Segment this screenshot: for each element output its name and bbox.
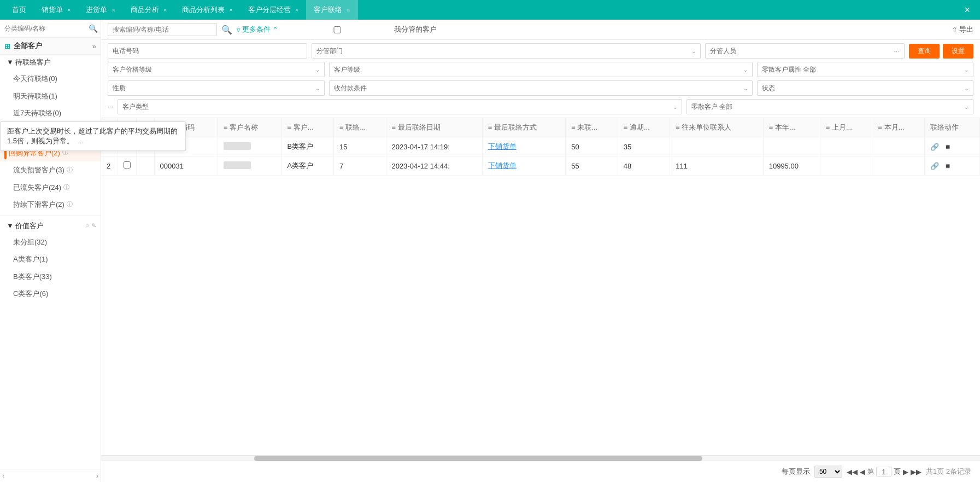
pagination-bar: 每页显示 50 20 100 ◀◀ ◀ 第 1 页 ▶ ▶▶ 共1页 2条记录 [101, 461, 980, 482]
filter-dotdot[interactable]: ··· [108, 103, 113, 111]
tooltip-box: 距客户上次交易时长，超过了此客户的平均交易周期的1.5倍，则视为异常。 ... [0, 121, 186, 151]
filter-dept[interactable]: 分管部门 ⌄ [312, 43, 701, 59]
sidebar-search-icon[interactable]: 🔍 [89, 24, 98, 33]
unclassified-label: 未分组(32) [13, 238, 47, 246]
horizontal-scrollbar[interactable] [101, 455, 980, 461]
row1-grid-icon[interactable]: ◾ [943, 143, 952, 151]
value-customers-edit-icon[interactable]: ✎ [91, 222, 96, 229]
sidebar-item-7days[interactable]: 近7天待联络(0) [0, 104, 101, 122]
col-action[interactable]: 联络动作 [924, 118, 979, 137]
a-class-label: A类客户(1) [13, 255, 48, 263]
sidebar-item-declining[interactable]: 持续下滑客户(2) ⓘ [0, 196, 101, 213]
col-last-method[interactable]: ≡ 最后联络方式 [482, 118, 565, 137]
nav-tab-home[interactable]: 首页 [4, 0, 34, 20]
col-not-contacted[interactable]: ≡ 未联... [566, 118, 618, 137]
nav-tab-customer-contact[interactable]: 客户联络 × [306, 0, 357, 20]
my-customer-checkbox[interactable] [283, 26, 392, 33]
query-button[interactable]: 查询 [909, 44, 940, 59]
nav-tab-customer-segment[interactable]: 客户分层经营 × [240, 0, 306, 20]
filter-phone[interactable]: 电话号码 [108, 43, 307, 59]
row2-grid-icon[interactable]: ◾ [943, 162, 952, 170]
filter-payment[interactable]: 收付款条件 ⌄ [329, 80, 753, 96]
sidebar-item-tomorrow[interactable]: 明天待联络(1) [0, 88, 101, 105]
chevron-up-icon: ⌃ [272, 26, 278, 34]
nav-tab-sales-close[interactable]: × [67, 0, 71, 20]
sidebar-item-already-lost[interactable]: 已流失客户(24) ⓘ [0, 179, 101, 196]
filter-nature[interactable]: 性质 ⌄ [108, 80, 325, 96]
sidebar-content: ⊞ 全部客户 » ▼ 待联络客户 今天待联络(0) 明天待联络(1) 近7天待联… [0, 38, 101, 469]
nav-tab-sales-label: 销货单 [42, 0, 63, 20]
col-contact[interactable]: ≡ 联络... [334, 118, 386, 137]
more-conditions-button[interactable]: ▿ 更多条件 ⌃ [237, 25, 278, 34]
filter-price-level[interactable]: 客户价格等级 ⌄ [108, 62, 325, 77]
nav-tab-product-list-close[interactable]: × [229, 0, 232, 20]
nav-tab-product-list[interactable]: 商品分析列表 × [174, 0, 240, 20]
col-this-year[interactable]: ≡ 本年... [763, 118, 820, 137]
filter-person-label: 分管人员 [710, 47, 736, 56]
prev-page-button[interactable]: ◀ [860, 468, 865, 476]
sidebar-value-customers[interactable]: ▼ 价值客户 ○ ✎ [0, 218, 101, 234]
nav-tab-purchase-close[interactable]: × [112, 0, 115, 20]
declining-info-icon[interactable]: ⓘ [67, 199, 73, 210]
filter-person-dots[interactable]: ··· [894, 47, 900, 55]
filter-price-level-label: 客户价格等级 [113, 65, 152, 74]
filter-customer-level[interactable]: 客户等级 ⌄ [329, 62, 753, 77]
filter-status-label: 状态 [762, 84, 775, 93]
row2-link-icon[interactable]: 🔗 [930, 162, 939, 170]
sidebar-all-customers[interactable]: ⊞ 全部客户 » [0, 38, 101, 55]
scrollbar-thumb[interactable] [254, 456, 702, 461]
sidebar-item-b-class[interactable]: B类客户(33) [0, 268, 101, 286]
nav-tab-product-analysis[interactable]: 商品分析 × [123, 0, 174, 20]
filter-row-1: 电话号码 分管部门 ⌄ 分管人员 ··· 查询 设置 [108, 43, 973, 59]
col-company-contacts[interactable]: ≡ 往来单位联系人 [670, 118, 763, 137]
nav-tab-sales[interactable]: 销货单 × [34, 0, 78, 20]
per-page-select[interactable]: 50 20 100 [814, 466, 842, 478]
last-page-button[interactable]: ▶▶ [911, 468, 922, 476]
declining-label: 持续下滑客户(2) [13, 198, 64, 211]
filter-retail-customer[interactable]: 零散客户 全部 ⌄ [686, 99, 973, 114]
row1-last-month [820, 137, 872, 156]
filter-retail-customer-arrow: ⌄ [964, 104, 969, 110]
nav-tab-product-analysis-close[interactable]: × [163, 0, 167, 20]
row2-select-checkbox[interactable] [124, 161, 131, 169]
filter-retail-attr[interactable]: 零散客户属性 全部 ⌄ [757, 62, 974, 77]
nav-tab-purchase[interactable]: 进货单 × [78, 0, 122, 20]
sidebar-pending-contact[interactable]: ▼ 待联络客户 [0, 55, 101, 70]
current-page-input[interactable]: 1 [876, 467, 891, 477]
search-input[interactable] [108, 23, 217, 36]
col-overdue[interactable]: ≡ 逾期... [618, 118, 670, 137]
filter-customer-type[interactable]: 客户类型 ⌄ [118, 99, 682, 114]
row1-link-icon[interactable]: 🔗 [930, 143, 939, 151]
sidebar-bottom-right-icon[interactable]: › [96, 472, 98, 480]
sidebar-item-c-class[interactable]: C类客户(6) [0, 285, 101, 303]
sidebar-bottom-left-icon[interactable]: ‹ [2, 472, 4, 480]
nav-tab-customer-contact-label: 客户联络 [314, 0, 342, 20]
row1-last-method[interactable]: 下销货单 [482, 137, 565, 156]
col-name[interactable]: ≡ 客户名称 [218, 118, 282, 137]
sidebar-item-lost-prediction[interactable]: 流失预警客户(3) ⓘ [0, 161, 101, 178]
col-this-month[interactable]: ≡ 本月... [872, 118, 925, 137]
col-last-month[interactable]: ≡ 上月... [820, 118, 872, 137]
sidebar-item-today[interactable]: 今天待联络(0) [0, 70, 101, 88]
already-lost-info-icon[interactable]: ⓘ [63, 182, 69, 193]
nav-tab-customer-segment-close[interactable]: × [295, 0, 298, 20]
nav-tab-customer-contact-close[interactable]: × [347, 0, 350, 20]
sidebar-item-a-class[interactable]: A类客户(1) [0, 251, 101, 268]
sidebar-search-input[interactable] [4, 25, 86, 32]
row2-overdue: 48 [618, 156, 670, 176]
row2-last-method[interactable]: 下销货单 [482, 156, 565, 176]
search-button[interactable]: 🔍 [221, 25, 232, 35]
filter-status[interactable]: 状态 ⌄ [757, 80, 974, 96]
first-page-button[interactable]: ◀◀ [847, 468, 858, 476]
sidebar-item-unclassified[interactable]: 未分组(32) [0, 234, 101, 251]
col-category[interactable]: ≡ 客户... [281, 118, 334, 137]
settings-button[interactable]: 设置 [943, 44, 973, 59]
filter-nature-label: 性质 [113, 84, 126, 93]
col-last-date[interactable]: ≡ 最后联络日期 [386, 118, 482, 137]
filter-person[interactable]: 分管人员 ··· [705, 43, 905, 59]
next-page-button[interactable]: ▶ [903, 468, 908, 476]
value-customers-circle-icon[interactable]: ○ [85, 222, 89, 229]
export-button[interactable]: ⇧ 导出 [952, 25, 973, 34]
lost-prediction-info-icon[interactable]: ⓘ [67, 165, 73, 176]
window-close-button[interactable]: × [959, 4, 976, 16]
